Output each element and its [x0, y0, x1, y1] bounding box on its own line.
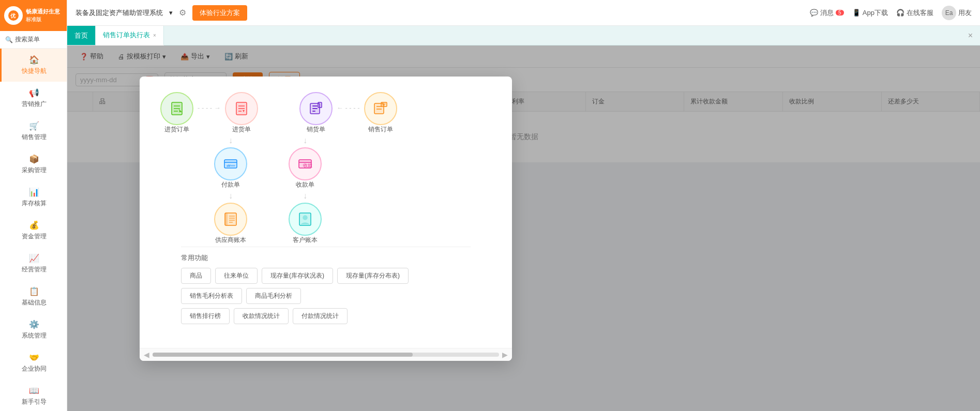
flow-node-fukuan-dan[interactable]: ¥ 付款单: [214, 147, 247, 189]
common-btn-xiaoshou-maoli[interactable]: 销售毛利分析表: [181, 288, 242, 304]
svg-rect-15: [312, 108, 318, 109]
sidebar-item-inventory[interactable]: 📊 库存核算: [0, 181, 67, 214]
collab-icon: 🤝: [29, 353, 39, 362]
app-download-label: App下载: [863, 8, 888, 18]
common-btn-fukuan-stat[interactable]: 付款情况统计: [293, 308, 348, 324]
flow-node-shoukuan-dan[interactable]: 收款 收款单: [289, 147, 322, 189]
svg-rect-27: [224, 160, 237, 168]
common-btn-shangpin[interactable]: 商品: [181, 268, 211, 284]
app-download-btn[interactable]: 📱 App下载: [852, 8, 888, 18]
svg-rect-14: [312, 105, 318, 106]
kehu-icon: [289, 203, 322, 236]
guide-icon: 📖: [29, 386, 39, 395]
modal-body: 进货订单 - - - - →: [140, 77, 512, 348]
operations-icon: 📈: [29, 253, 39, 263]
sidebar: 优 畅康通好生意 标准版 🔍 搜索菜单 🏠 快捷导航 📢 营销推广 🛒 销售管理…: [0, 0, 67, 411]
flow-diagram: 进货订单 - - - - →: [160, 92, 491, 245]
flow-node-jinhuo-dingdan[interactable]: 进货订单: [160, 92, 193, 134]
message-icon: 💬: [810, 9, 818, 17]
sidebar-item-purchase[interactable]: 📦 采购管理: [0, 148, 67, 181]
jinhuo-dan-label: 进货单: [232, 125, 251, 134]
message-label: 消息: [820, 8, 834, 18]
sidebar-item-label-5: 资金管理: [22, 232, 47, 241]
arrow-down-jinhuo: ↓: [214, 136, 247, 145]
search-icon: 🔍: [5, 36, 13, 43]
sales-icon: 🛒: [29, 121, 39, 131]
sidebar-item-label-4: 库存核算: [22, 199, 47, 208]
svg-rect-17: [318, 102, 322, 108]
fukuan-dan-icon: ¥: [214, 147, 247, 180]
app-logo: 优 畅康通好生意 标准版: [0, 0, 67, 31]
sidebar-item-label-8: 系统管理: [22, 331, 47, 340]
settings-icon[interactable]: ⚙: [179, 8, 186, 18]
download-icon: 📱: [852, 9, 861, 17]
tab-sales-exec[interactable]: 销售订单执行表 ×: [96, 26, 164, 45]
sidebar-item-finance[interactable]: 💰 资金管理: [0, 214, 67, 247]
sidebar-item-system[interactable]: ⚙️ 系统管理: [0, 313, 67, 346]
flow-node-xiaohuo-dan[interactable]: 销货单: [299, 92, 333, 134]
scrollbar-thumb: [153, 353, 413, 357]
common-btn-xiancunliang-1[interactable]: 现存量(库存状况表): [262, 268, 333, 284]
sidebar-item-label-7: 基础信息: [22, 298, 47, 307]
topbar-right: 💬 消息 5 📱 App下载 🎧 在线客服 Ea 用友: [810, 6, 972, 20]
tab-close-all[interactable]: ×: [961, 26, 980, 45]
finance-icon: 💰: [29, 220, 39, 230]
common-btn-shangpin-maoli[interactable]: 商品毛利分析: [246, 288, 301, 304]
experience-btn[interactable]: 体验行业方案: [192, 5, 247, 21]
logo-text: 畅康通好生意: [26, 8, 60, 16]
sidebar-item-operations[interactable]: 📈 经营管理: [0, 247, 67, 280]
tab-close-icon[interactable]: ×: [153, 33, 156, 38]
gongyingshang-label: 供应商账本: [215, 236, 246, 245]
system-icon: ⚙️: [29, 319, 39, 329]
sidebar-item-label-9: 企业协同: [22, 364, 47, 373]
flow-node-jinhuo-dan[interactable]: 进货单: [225, 92, 258, 134]
modal-overlay[interactable]: 进货订单 - - - - →: [67, 45, 980, 411]
sidebar-item-label-0: 快捷导航: [22, 67, 47, 75]
sidebar-item-quick-nav[interactable]: 🏠 快捷导航: [0, 49, 67, 82]
jinhuo-dan-icon: [225, 92, 258, 125]
chevron-down-icon: ▾: [169, 9, 173, 17]
svg-text:优: 优: [10, 13, 16, 19]
flow-node-kehu-zhangben[interactable]: 客户账本: [289, 203, 322, 245]
sidebar-item-label-1: 营销推广: [22, 100, 47, 109]
sidebar-item-basic-info[interactable]: 📋 基础信息: [0, 280, 67, 313]
fukuan-dan-label: 付款单: [221, 180, 240, 189]
user-menu[interactable]: Ea 用友: [942, 6, 972, 20]
system-dropdown[interactable]: ▾: [169, 9, 173, 17]
common-title: 常用功能: [181, 253, 471, 263]
scrollbar-track[interactable]: [153, 353, 499, 357]
system-title: 装备及固定资产辅助管理系统: [76, 8, 163, 18]
message-btn[interactable]: 💬 消息 5: [810, 8, 844, 18]
common-btn-xiaoshou-rank[interactable]: 销售排行榜: [181, 308, 230, 324]
modal-scrollbar-row: ◀ ▶: [140, 348, 512, 361]
arrow-down-fukuan: ↓: [214, 191, 247, 201]
sidebar-item-label-6: 经营管理: [22, 265, 47, 274]
scroll-left-icon[interactable]: ◀: [144, 351, 149, 359]
common-btn-xiancunliang-2[interactable]: 现存量(库存分布表): [337, 268, 409, 284]
common-btn-shoukuan-stat[interactable]: 收款情况统计: [234, 308, 289, 324]
common-buttons-row-1: 商品 往来单位 现存量(库存状况表) 现存量(库存分布表) 销售毛利分析表 商品…: [181, 268, 471, 304]
sidebar-item-sales[interactable]: 🛒 销售管理: [0, 115, 67, 148]
sidebar-item-collab[interactable]: 🤝 企业协同: [0, 346, 67, 379]
flow-node-gongyingshang[interactable]: 供应商账本: [214, 203, 247, 245]
sidebar-item-guide[interactable]: 📖 新手引导: [0, 379, 67, 411]
scroll-right-icon[interactable]: ▶: [502, 351, 508, 359]
kehu-label: 客户账本: [293, 236, 318, 245]
marketing-icon: 📢: [29, 88, 39, 98]
sidebar-item-marketing[interactable]: 📢 营销推广: [0, 82, 67, 115]
common-btn-wanglaidanwei[interactable]: 往来单位: [215, 268, 258, 284]
svg-text:收款: 收款: [303, 163, 312, 168]
flow-node-xiaoshou-dingdan[interactable]: 销售订单: [364, 92, 397, 134]
search-menu[interactable]: 🔍 搜索菜单: [0, 31, 67, 49]
svg-text:¥: ¥: [228, 163, 231, 168]
svg-rect-31: [230, 165, 235, 166]
inventory-icon: 📊: [29, 187, 39, 197]
basic-info-icon: 📋: [29, 286, 39, 296]
logo-sub: 标准版: [26, 16, 60, 23]
sidebar-item-label-2: 销售管理: [22, 133, 47, 142]
xiaohuo-dan-label: 销货单: [307, 125, 325, 134]
online-service-btn[interactable]: 🎧 在线客服: [896, 8, 933, 18]
purchase-icon: 📦: [29, 154, 39, 164]
xiaohuo-dan-icon: [299, 92, 333, 125]
tab-home[interactable]: 首页: [67, 26, 96, 45]
